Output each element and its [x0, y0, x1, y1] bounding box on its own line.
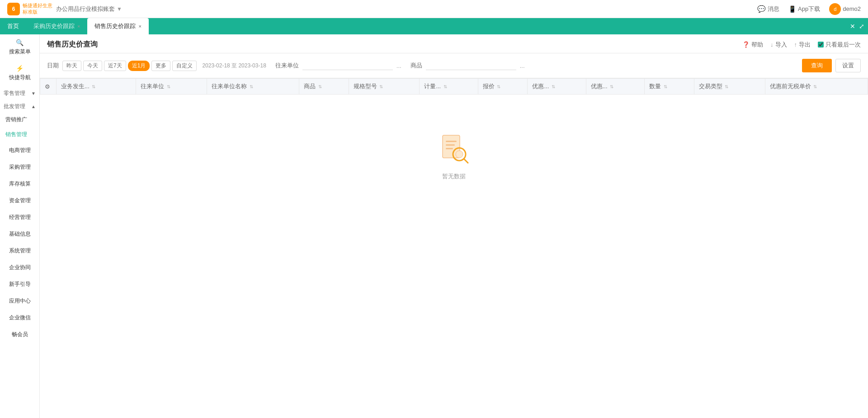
date-filter: 日期 昨天 今天 近7天 近1月 更多 自定义 2023-02-18 至 202… [47, 61, 266, 71]
sidebar-item-sales[interactable]: 销售管理 [0, 127, 39, 142]
dropdown-icon[interactable]: ▼ [117, 6, 122, 12]
col-product[interactable]: 商品 ⇅ [299, 79, 349, 95]
col-pretax-price[interactable]: 优惠前无税单价 ⇅ [765, 79, 868, 95]
empty-text: 暂无数据 [442, 172, 466, 180]
sort-icon-pretax-price: ⇅ [813, 84, 817, 89]
chevron-down-icon: ▼ [31, 91, 36, 96]
message-button[interactable]: 💬 消息 [757, 5, 779, 13]
sidebar: 🔍 搜索菜单 ⚡ 快捷导航 零售管理 ▼ 批发管理 ▲ 营销推广 销售管理 电商… [0, 34, 40, 418]
sidebar-item-basic-info[interactable]: 基础信息 [0, 226, 39, 242]
query-button[interactable]: 查询 [802, 59, 832, 72]
partner-dots: ... [396, 62, 401, 69]
tab-sales-close[interactable]: × [138, 24, 141, 29]
col-discount2[interactable]: 优惠... ⇅ [586, 79, 644, 95]
col-partner-name[interactable]: 往来单位名称 ⇅ [207, 79, 299, 95]
sort-icon-partner-name: ⇅ [250, 84, 253, 89]
date-btn-custom[interactable]: 自定义 [172, 61, 197, 71]
empty-icon [436, 131, 472, 167]
date-label: 日期 [47, 62, 59, 70]
svg-line-6 [464, 159, 468, 163]
table-container: ⚙ 业务发生... ⇅ 往来单位 ⇅ 往来单位名称 [40, 78, 868, 418]
page-title: 销售历史价查询 [47, 40, 98, 49]
date-btn-more[interactable]: 更多 [151, 61, 170, 71]
filter-bar: 日期 昨天 今天 近7天 近1月 更多 自定义 2023-02-18 至 202… [40, 53, 868, 78]
svg-point-5 [456, 151, 463, 158]
only-last-checkbox[interactable] [818, 42, 824, 48]
import-icon: ↓ [770, 41, 774, 48]
import-button[interactable]: ↓ 导入 [770, 41, 787, 49]
only-last-checkbox-area[interactable]: 只看最后一次 [818, 41, 861, 49]
maximize-icon[interactable]: ⤢ [859, 23, 864, 30]
sidebar-item-wechat[interactable]: 企业微信 [0, 309, 39, 326]
app-title[interactable]: 办公用品行业模拟账套 ▼ [56, 5, 122, 13]
sidebar-item-purchase[interactable]: 采购管理 [0, 159, 39, 176]
top-bar: 6 畅捷通好生意 标准版 办公用品行业模拟账套 ▼ 💬 消息 📱 App下载 d… [0, 0, 868, 18]
export-button[interactable]: ↑ 导出 [794, 41, 811, 49]
tab-home[interactable]: 首页 [0, 18, 26, 34]
tab-sales-history[interactable]: 销售历史价跟踪 × [87, 18, 148, 34]
col-partner-code[interactable]: 往来单位 ⇅ [136, 79, 207, 95]
sidebar-item-quicknav[interactable]: ⚡ 快捷导航 [0, 60, 39, 86]
help-button[interactable]: ❓ 帮助 [742, 41, 763, 49]
sidebar-item-enterprise[interactable]: 企业协同 [0, 259, 39, 276]
export-icon: ↑ [794, 41, 797, 48]
sort-icon-business-date: ⇅ [92, 84, 95, 89]
sort-icon-quote: ⇅ [497, 84, 500, 89]
svg-rect-3 [446, 148, 453, 149]
message-icon: 💬 [757, 5, 766, 13]
col-spec[interactable]: 规格型号 ⇅ [349, 79, 420, 95]
logo-text: 畅捷通好生意 标准版 [23, 3, 52, 14]
data-table: ⚙ 业务发生... ⇅ 往来单位 ⇅ 往来单位名称 [40, 78, 868, 95]
col-business-date[interactable]: 业务发生... ⇅ [57, 79, 136, 95]
tab-purchase-history[interactable]: 采购历史价跟踪 × [26, 18, 87, 34]
setting-button[interactable]: 设置 [835, 59, 861, 72]
date-btn-7days[interactable]: 近7天 [104, 61, 126, 71]
content-area: 销售历史价查询 ❓ 帮助 ↓ 导入 ↑ 导出 [40, 34, 868, 418]
top-bar-left: 6 畅捷通好生意 标准版 办公用品行业模拟账套 ▼ [7, 3, 122, 15]
app-download-button[interactable]: 📱 App下载 [788, 5, 820, 13]
sidebar-item-wholesale[interactable]: 批发管理 ▲ [0, 99, 39, 112]
page-container: 销售历史价查询 ❓ 帮助 ↓ 导入 ↑ 导出 [40, 34, 868, 418]
top-bar-right: 💬 消息 📱 App下载 d demo2 [757, 3, 861, 15]
product-filter: 商品 ... [410, 61, 525, 70]
sort-icon-quantity: ⇅ [664, 84, 667, 89]
col-unit[interactable]: 计量... ⇅ [420, 79, 478, 95]
settings-icon[interactable]: ⚙ [45, 83, 50, 90]
sidebar-item-guide[interactable]: 新手引导 [0, 276, 39, 293]
table-header: ⚙ 业务发生... ⇅ 往来单位 ⇅ 往来单位名称 [40, 79, 868, 95]
sidebar-item-operations[interactable]: 经营管理 [0, 209, 39, 226]
sidebar-item-search[interactable]: 🔍 搜索菜单 [0, 34, 39, 60]
sidebar-item-ecommerce[interactable]: 电商管理 [0, 142, 39, 159]
sidebar-item-system[interactable]: 系统管理 [0, 242, 39, 259]
product-input[interactable] [426, 61, 516, 70]
date-btn-yesterday[interactable]: 昨天 [62, 61, 81, 71]
sidebar-item-app-center[interactable]: 应用中心 [0, 293, 39, 309]
sidebar-item-retail[interactable]: 零售管理 ▼ [0, 86, 39, 99]
tab-purchase-close[interactable]: × [77, 24, 80, 29]
col-settings[interactable]: ⚙ [40, 79, 57, 95]
sidebar-item-finance[interactable]: 资金管理 [0, 192, 39, 209]
col-discount1[interactable]: 优惠... ⇅ [528, 79, 586, 95]
product-dots: ... [520, 62, 525, 69]
phone-icon: 📱 [788, 5, 796, 13]
col-quote[interactable]: 报价 ⇅ [478, 79, 528, 95]
main-layout: 🔍 搜索菜单 ⚡ 快捷导航 零售管理 ▼ 批发管理 ▲ 营销推广 销售管理 电商… [0, 34, 868, 418]
user-menu[interactable]: d demo2 [829, 3, 861, 15]
partner-label: 往来单位 [275, 62, 299, 70]
date-btn-today[interactable]: 今天 [83, 61, 102, 71]
sidebar-item-inventory[interactable]: 库存核算 [0, 176, 39, 192]
chevron-up-icon: ▲ [31, 104, 36, 109]
date-range: 2023-02-18 至 2023-03-18 [202, 62, 266, 70]
product-label: 商品 [410, 62, 422, 70]
col-quantity[interactable]: 数量 ⇅ [645, 79, 694, 95]
date-btn-1month[interactable]: 近1月 [128, 61, 150, 71]
col-trade-type[interactable]: 交易类型 ⇅ [694, 79, 765, 95]
close-window-icon[interactable]: ✕ [850, 23, 855, 30]
sidebar-item-members[interactable]: 畅会员 [0, 326, 39, 343]
sidebar-item-marketing[interactable]: 营销推广 [0, 112, 39, 127]
avatar: d [829, 3, 841, 15]
svg-rect-2 [446, 144, 455, 146]
date-buttons: 昨天 今天 近7天 近1月 更多 自定义 [62, 61, 197, 71]
empty-state: 暂无数据 [40, 95, 868, 217]
partner-input[interactable] [302, 61, 393, 70]
